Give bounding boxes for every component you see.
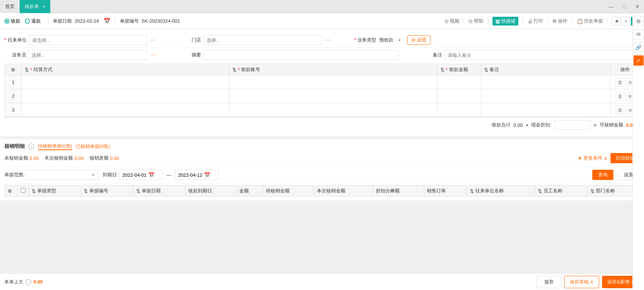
bt-current-th: 本次核销金额: [314, 185, 373, 197]
row-2-note[interactable]: [481, 89, 610, 103]
row-3-delete-btn[interactable]: 🗑: [616, 106, 624, 114]
bt-pending-th: 待核销金额: [263, 185, 314, 197]
row-3-amount[interactable]: [437, 103, 481, 117]
row-2-num: 2: [5, 89, 22, 103]
date-from-picker[interactable]: 2022-04-01 📅: [119, 170, 163, 180]
date-to-value: 2022-04-12: [178, 172, 203, 178]
calendar-to-icon[interactable]: 📅: [204, 172, 210, 178]
date-from-value: 2022-04-01: [122, 172, 147, 178]
current-stat: 本次核销金额 0.00: [44, 155, 83, 161]
shortcut-action[interactable]: ▦ 快捷键: [492, 17, 518, 26]
salesperson-field: 业务员 ···: [4, 50, 157, 60]
account-sort-icon[interactable]: ⇅: [232, 67, 236, 72]
prev-view-btn[interactable]: ◀: [612, 17, 621, 26]
row-1-delete-btn[interactable]: 🗑: [616, 78, 624, 87]
due-date-field: 到期日 2022-04-01 📅 — 2022-04-12 📅: [103, 170, 219, 180]
row-2-amount[interactable]: [437, 89, 481, 103]
calendar-icon[interactable]: 📅: [103, 17, 111, 24]
nuclear-info-icon[interactable]: i: [28, 144, 34, 149]
row-1-amount[interactable]: [437, 75, 481, 89]
history-icon: 📋: [577, 18, 583, 24]
refund-radio-label: 退款: [31, 18, 41, 24]
help-action[interactable]: ⊙ 帮助: [468, 18, 483, 24]
more-conditions-btn[interactable]: ▼ 更多条件 ∧: [577, 155, 608, 161]
row-3-note[interactable]: [481, 103, 610, 117]
operation-action[interactable]: ⚙ 操作: [552, 18, 568, 24]
row-2-settlement[interactable]: [22, 89, 229, 103]
salesperson-more-btn[interactable]: ···: [150, 52, 157, 58]
discount-input[interactable]: [554, 120, 591, 130]
abandon-button[interactable]: 放弃: [537, 276, 561, 288]
row-1-settlement[interactable]: [22, 75, 229, 89]
footer-right: 放弃 保存草稿 ∧ 保存&新增 ∧: [537, 276, 640, 288]
sort-icon[interactable]: ⇅: [25, 67, 29, 72]
bt-dept-th: ⇅ 部门名称: [587, 185, 639, 197]
refund-radio[interactable]: 退款: [25, 18, 41, 24]
table-gear-icon[interactable]: ⚙: [11, 67, 15, 72]
bt-gear-icon[interactable]: ⚙: [8, 188, 12, 194]
query-button[interactable]: 查询: [592, 170, 613, 180]
settings-button[interactable]: ⚙ 设置: [407, 35, 431, 45]
counterparty-more-btn[interactable]: ···: [150, 37, 157, 43]
sidebar-table-icon[interactable]: ⊞: [633, 16, 644, 26]
discount-label: 现金折扣:: [531, 122, 551, 128]
number-label: 单据编号: [120, 18, 139, 24]
counterparty-input[interactable]: [29, 35, 148, 45]
close-button[interactable]: ✕: [631, 0, 644, 13]
sidebar-mail-icon[interactable]: ✉: [633, 29, 644, 39]
this-order-label: 本单上欠: [4, 279, 23, 285]
video-action[interactable]: ⊙ 视频: [444, 18, 459, 24]
this-order-info-icon[interactable]: i: [25, 279, 31, 285]
date-to-picker[interactable]: 2022-04-12 📅: [175, 170, 219, 180]
receipt-radio[interactable]: 收款: [4, 18, 20, 24]
store-input[interactable]: [203, 35, 322, 45]
tab-close-icon[interactable]: ×: [43, 4, 45, 9]
plus-sign: +: [526, 122, 529, 128]
tab-home[interactable]: 首页: [0, 0, 20, 13]
amount-sort-icon[interactable]: ⇅: [440, 67, 444, 72]
sidebar-link-icon[interactable]: 🔗: [633, 42, 644, 52]
settings-gear-icon: ⚙: [411, 38, 416, 43]
bt-select-all[interactable]: [21, 188, 25, 193]
row-2-delete-btn[interactable]: 🗑: [616, 92, 624, 101]
done-tab-link[interactable]: 已核销单据(0笔): [76, 143, 110, 150]
list-view-btn[interactable]: ≡: [621, 17, 630, 26]
row-1-account[interactable]: [229, 75, 437, 89]
row-3-settlement[interactable]: [22, 103, 229, 117]
business-type-value: 预收款: [379, 37, 393, 43]
print-action[interactable]: 🖨 打印: [527, 18, 543, 24]
calendar-from-icon[interactable]: 📅: [148, 172, 154, 178]
row-2-account[interactable]: [229, 89, 437, 103]
tab-receipt[interactable]: 收款单 ×: [20, 0, 50, 13]
sidebar-expand-icon[interactable]: ⤢: [633, 55, 644, 66]
row-3-account[interactable]: [229, 103, 437, 117]
bt-sort-icon5: ⇅: [538, 188, 542, 194]
range-chevron-icon: ▼: [91, 173, 95, 177]
note-label: 备注: [420, 52, 442, 58]
save-draft-button[interactable]: 保存草稿 ∧: [564, 276, 599, 288]
bt-sort-icon: ⇅: [32, 188, 36, 194]
store-more-btn[interactable]: ···: [325, 37, 332, 43]
business-type-field: * 业务类型 预收款 ▼ ⚙ 设置: [354, 35, 640, 45]
business-type-chevron[interactable]: ▼: [398, 38, 401, 42]
data-table-section: ⚙ ⇅ * 结算方式 ⇅ * 收款账号: [4, 64, 640, 117]
receipt-type-group: 收款 退款: [4, 18, 41, 24]
row-1-note[interactable]: [481, 75, 610, 89]
print-icon: 🖨: [527, 18, 533, 24]
date-value: 2023-03-24: [75, 18, 99, 24]
business-type-label: * 业务类型: [354, 37, 376, 43]
unverified-stat: 未核销金额 0.00: [4, 155, 39, 161]
minimize-button[interactable]: —: [605, 0, 618, 13]
maximize-button[interactable]: □: [618, 0, 631, 13]
history-action[interactable]: 📋 历史单据: [577, 18, 603, 24]
net-label: 可核销金额: [600, 122, 623, 128]
nuclear-right: ▼ 更多条件 ∧ 自动核销: [577, 153, 640, 163]
summary-input[interactable]: [203, 50, 398, 60]
salesperson-input[interactable]: [28, 50, 148, 60]
bt-docdate-th: ⇅ 单据日期: [133, 185, 185, 197]
pending-tab-link[interactable]: 待核销单据(0笔): [38, 143, 72, 150]
note-input[interactable]: [444, 50, 640, 60]
filter-icon: ▼: [577, 156, 582, 161]
range-select[interactable]: ▼: [25, 170, 98, 180]
video-icon: ⊙: [444, 18, 449, 24]
